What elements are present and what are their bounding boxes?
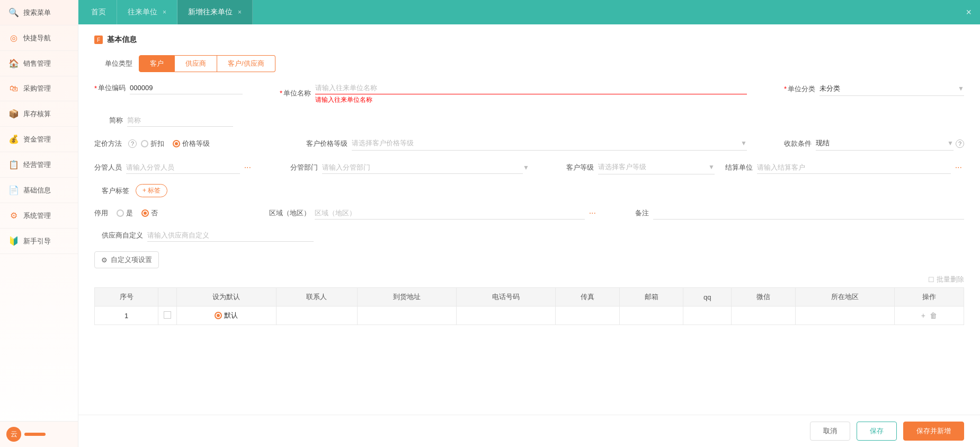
tab-bar-close-btn[interactable]: × bbox=[966, 7, 972, 18]
payment-terms-value: 现结 bbox=[816, 138, 947, 148]
section-header: F 基本信息 bbox=[94, 35, 964, 45]
row-email[interactable] bbox=[619, 306, 683, 325]
contact-table-section: ☐ 批量删除 序号 设为默认 联系人 到货地址 电话号码 传真 邮箱 qq bbox=[94, 275, 964, 325]
pricing-level-radio[interactable]: 价格等级 bbox=[173, 139, 210, 148]
manager-row: 分管人员 ··· 分管部门 ▼ 客户等级 请选择客户等级 ▼ bbox=[94, 160, 964, 174]
tab-add-unit-close[interactable]: × bbox=[238, 8, 242, 16]
cancel-button[interactable]: 取消 bbox=[810, 422, 850, 441]
tab-unit-list-close[interactable]: × bbox=[163, 8, 166, 16]
row-region[interactable] bbox=[795, 306, 894, 325]
row-wechat[interactable] bbox=[732, 306, 795, 325]
save-add-button[interactable]: 保存并新增 bbox=[903, 422, 964, 441]
unit-type-both-btn[interactable]: 客户/供应商 bbox=[217, 55, 275, 72]
short-name-row: 简称 bbox=[94, 114, 964, 127]
row-contact[interactable] bbox=[276, 306, 358, 325]
col-email: 邮箱 bbox=[619, 288, 683, 306]
purchase-icon: 🛍 bbox=[8, 84, 19, 93]
payment-terms-select[interactable]: 现结 ▼ bbox=[816, 136, 954, 151]
save-button[interactable]: 保存 bbox=[857, 422, 897, 441]
region-more-btn[interactable]: ··· bbox=[587, 208, 598, 218]
pricing-discount-radio[interactable]: 折扣 bbox=[141, 139, 164, 148]
disabled-yes-label: 是 bbox=[126, 208, 133, 218]
row-phone[interactable] bbox=[457, 306, 556, 325]
pricing-help-icon[interactable]: ? bbox=[128, 139, 137, 148]
short-name-label: 简称 bbox=[109, 116, 123, 125]
tag-label: 客户标签 bbox=[102, 186, 129, 196]
sidebar-item-inventory[interactable]: 📦 库存核算 bbox=[0, 101, 78, 127]
tab-add-unit[interactable]: 新增往来单位 × bbox=[177, 0, 253, 24]
customer-price-level-select[interactable]: 请选择客户价格等级 ▼ bbox=[352, 136, 747, 151]
pricing-method-group: 定价方法 ? 折扣 价格等级 bbox=[94, 139, 269, 148]
unit-type-customer-btn[interactable]: 客户 bbox=[139, 55, 175, 72]
sidebar-item-sales[interactable]: 🏠 销售管理 bbox=[0, 51, 78, 76]
sidebar-item-finance[interactable]: 💰 资金管理 bbox=[0, 127, 78, 152]
sidebar-item-operation[interactable]: 📋 经营管理 bbox=[0, 152, 78, 178]
unit-type-supplier-btn[interactable]: 供应商 bbox=[175, 55, 217, 72]
customer-price-level-group: 客户价格等级 请选择客户价格等级 ▼ bbox=[306, 136, 747, 151]
sidebar-item-purchase[interactable]: 🛍 采购管理 bbox=[0, 76, 78, 101]
section-icon: F bbox=[94, 36, 103, 44]
row-delete-icon[interactable]: 🗑 bbox=[930, 311, 937, 320]
supplier-custom-input[interactable] bbox=[147, 229, 314, 242]
department-input[interactable] bbox=[322, 161, 523, 174]
row-default-radio[interactable] bbox=[215, 312, 222, 319]
supplier-custom-label: 供应商自定义 bbox=[102, 231, 143, 240]
payment-help-icon[interactable]: ? bbox=[956, 139, 964, 148]
disabled-group: 停用 是 否 bbox=[94, 208, 232, 218]
settlement-unit-more-btn[interactable]: ··· bbox=[953, 163, 964, 172]
row-checkbox[interactable] bbox=[158, 306, 177, 325]
discount-radio-circle bbox=[141, 140, 148, 147]
row-add-icon[interactable]: + bbox=[921, 311, 925, 320]
manager-group: 分管人员 ··· bbox=[94, 161, 253, 174]
price-level-radio-circle bbox=[173, 140, 180, 147]
remark-label: 备注 bbox=[635, 208, 649, 218]
sidebar-item-label: 经营管理 bbox=[23, 160, 51, 170]
unit-type-row: 单位类型 客户 供应商 客户/供应商 bbox=[94, 55, 964, 72]
row-checkbox-input[interactable] bbox=[164, 311, 171, 319]
table-toolbar: ☐ 批量删除 bbox=[94, 275, 964, 284]
tab-home[interactable]: 首页 bbox=[78, 0, 117, 24]
custom-settings-label: 自定义项设置 bbox=[111, 255, 152, 265]
remark-input[interactable] bbox=[653, 207, 964, 220]
manager-more-btn[interactable]: ··· bbox=[242, 163, 253, 172]
sidebar-item-label: 搜索菜单 bbox=[23, 8, 51, 17]
region-input[interactable] bbox=[315, 207, 585, 220]
settlement-unit-label: 结算单位 bbox=[725, 163, 753, 172]
code-input-wrapper bbox=[130, 82, 243, 94]
manager-input[interactable] bbox=[126, 161, 240, 174]
sidebar-item-basic-info[interactable]: 📄 基础信息 bbox=[0, 178, 78, 203]
tab-unit-list[interactable]: 往来单位 × bbox=[117, 0, 177, 24]
department-label: 分管部门 bbox=[290, 163, 318, 172]
sidebar-item-guide[interactable]: 🔰 新手引导 bbox=[0, 229, 78, 254]
row-qq[interactable] bbox=[683, 306, 732, 325]
customer-price-level-arrow: ▼ bbox=[741, 139, 747, 147]
custom-settings-btn[interactable]: ⚙ 自定义项设置 bbox=[94, 251, 159, 268]
name-input[interactable] bbox=[315, 82, 747, 94]
batch-delete-btn[interactable]: ☐ 批量删除 bbox=[928, 275, 964, 284]
row-address[interactable] bbox=[358, 306, 457, 325]
row-fax[interactable] bbox=[556, 306, 619, 325]
sidebar-item-quick-nav[interactable]: ◎ 快捷导航 bbox=[0, 25, 78, 51]
disabled-no-radio[interactable]: 否 bbox=[141, 208, 158, 218]
sidebar-item-system[interactable]: ⚙ 系统管理 bbox=[0, 203, 78, 229]
sidebar-item-label: 库存核算 bbox=[23, 109, 51, 119]
sidebar-item-search[interactable]: 🔍 搜索菜单 bbox=[0, 0, 78, 25]
code-input[interactable] bbox=[130, 82, 243, 94]
inventory-icon: 📦 bbox=[8, 109, 19, 119]
remark-group: 备注 bbox=[635, 207, 964, 220]
section-title: 基本信息 bbox=[107, 35, 137, 45]
disabled-no-label: 否 bbox=[151, 208, 158, 218]
customer-level-select[interactable]: 请选择客户等级 ▼ bbox=[598, 160, 715, 174]
department-arrow: ▼ bbox=[523, 164, 529, 171]
batch-delete-icon: ☐ bbox=[928, 276, 934, 284]
row-default-label: 默认 bbox=[224, 311, 238, 320]
sidebar-item-label: 资金管理 bbox=[23, 135, 51, 144]
category-select[interactable]: 未分类 ▼ bbox=[819, 82, 964, 96]
settlement-unit-input[interactable] bbox=[757, 161, 951, 174]
disabled-yes-radio[interactable]: 是 bbox=[117, 208, 133, 218]
customer-price-level-label: 客户价格等级 bbox=[306, 139, 348, 148]
add-tag-btn[interactable]: + 标签 bbox=[136, 184, 167, 197]
short-name-input[interactable] bbox=[127, 114, 233, 127]
customer-level-arrow: ▼ bbox=[708, 163, 715, 171]
col-address: 到货地址 bbox=[358, 288, 457, 306]
